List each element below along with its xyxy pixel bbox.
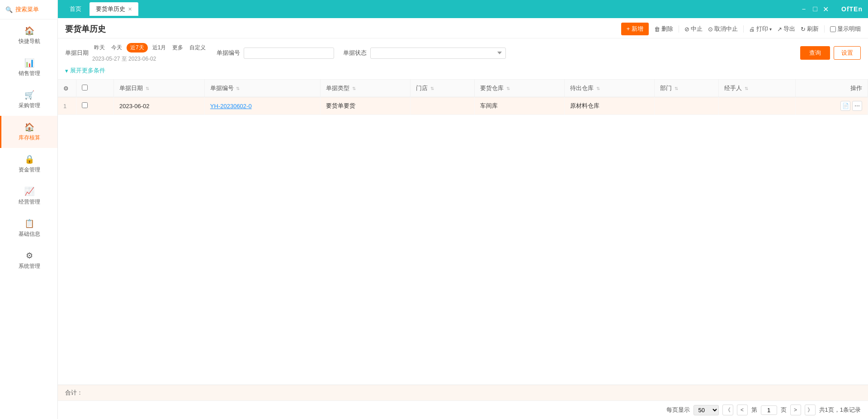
sidebar-search-label: 搜索菜单 (15, 5, 39, 14)
doc-no-filter-item: 单据编号 (217, 48, 334, 59)
first-page-button[interactable]: 《 (722, 405, 733, 415)
total-info: 共1页，1条记录 (819, 406, 861, 414)
filter-row-1: 单据日期 昨天 今天 近7天 近1月 更多 自定义 2023-05-27 至 2… (65, 43, 861, 63)
date-btn-more[interactable]: 更多 (170, 43, 185, 52)
print-icon: 🖨 (749, 26, 755, 33)
date-btn-today[interactable]: 今天 (109, 43, 124, 52)
sidebar-item-basic-info[interactable]: 📋 基础信息 (0, 212, 57, 244)
add-button[interactable]: + 新增 (621, 23, 649, 35)
col-store[interactable]: 门店 ⇅ (410, 80, 475, 97)
col-department[interactable]: 部门 ⇅ (655, 80, 719, 97)
print-dropdown-icon: ▾ (769, 27, 772, 32)
lock-icon: 🔒 (24, 154, 34, 164)
col-pending-warehouse[interactable]: 待出仓库 ⇅ (565, 80, 655, 97)
date-buttons: 昨天 今天 近7天 近1月 更多 自定义 (92, 43, 208, 52)
minimize-icon[interactable]: － (800, 5, 807, 14)
expand-filter-button[interactable]: ▾ 展开更多条件 (65, 67, 861, 75)
page-size-label: 每页显示 (666, 406, 690, 414)
date-btn-yesterday[interactable]: 昨天 (92, 43, 107, 52)
toolbar: + 新增 🗑 删除 ⊘ 中止 ⊙ 取消中止 🖨 打印 (621, 23, 861, 35)
row-handler (719, 97, 796, 115)
sidebar-search[interactable]: 🔍 搜索菜单 (0, 0, 57, 19)
search-icon: 🔍 (5, 6, 13, 13)
content: 要货单历史 + 新增 🗑 删除 ⊘ 中止 ⊙ 取消中止 🖨 (58, 18, 868, 419)
row-doc-type: 要货单要货 (321, 97, 410, 115)
page-header: 要货单历史 + 新增 🗑 删除 ⊘ 中止 ⊙ 取消中止 🖨 (58, 18, 868, 38)
query-button[interactable]: 查询 (800, 46, 830, 60)
sidebar-item-label: 资金管理 (19, 166, 40, 174)
row-store (410, 97, 475, 115)
date-btn-custom[interactable]: 自定义 (188, 43, 208, 52)
row-more-button[interactable]: ⋯ (852, 101, 862, 111)
col-doc-type[interactable]: 单据类型 ⇅ (321, 80, 410, 97)
row-checkbox (76, 97, 113, 115)
date-btn-1month[interactable]: 近1月 (151, 43, 168, 52)
status-select[interactable] (370, 48, 506, 59)
next-page-button[interactable]: > (790, 405, 801, 415)
sidebar-item-label: 基础信息 (19, 230, 40, 238)
col-checkbox (76, 80, 113, 97)
setting-button[interactable]: 设置 (834, 46, 861, 60)
select-all-checkbox[interactable] (82, 85, 88, 90)
tab-close-icon[interactable]: ✕ (128, 6, 132, 12)
sort-icon-department: ⇅ (675, 86, 678, 91)
status-label: 单据状态 (343, 49, 367, 57)
date-filter-item: 单据日期 昨天 今天 近7天 近1月 更多 自定义 2023-05-27 至 2… (65, 43, 208, 63)
suspend-icon: ⊘ (684, 26, 689, 33)
page-size-select[interactable]: 50 10 20 100 (693, 405, 719, 415)
export-button[interactable]: ↗ 导出 (777, 25, 795, 33)
print-button[interactable]: 🖨 打印 ▾ (749, 25, 772, 33)
date-filter-label: 单据日期 (65, 49, 89, 57)
row-pending-warehouse: 原材料仓库 (565, 97, 655, 115)
row-doc-no[interactable]: YH-20230602-0 (204, 97, 320, 115)
sidebar-item-sales[interactable]: 📊 销售管理 (0, 52, 57, 84)
chevron-down-icon: ▾ (65, 67, 68, 74)
inventory-icon: 🏠 (24, 122, 34, 132)
sidebar-item-system[interactable]: ⚙ 系统管理 (0, 244, 57, 276)
row-select-checkbox[interactable] (82, 102, 88, 108)
sidebar-item-purchase[interactable]: 🛒 采购管理 (0, 84, 57, 116)
home-icon: 🏠 (24, 26, 34, 36)
col-req-warehouse[interactable]: 要货仓库 ⇅ (475, 80, 565, 97)
table-row: 1 2023-06-02 YH-20230602-0 要货单要货 车间库 原材料… (58, 97, 868, 115)
go-page-label: 第 (751, 406, 757, 414)
sidebar-item-label: 采购管理 (19, 102, 40, 110)
expand-label: 展开更多条件 (70, 67, 105, 75)
delete-button[interactable]: 🗑 删除 (654, 25, 673, 33)
page-number-input[interactable] (761, 405, 777, 415)
col-doc-no[interactable]: 单据编号 ⇅ (204, 80, 320, 97)
refresh-icon: ↻ (801, 26, 806, 33)
maximize-icon[interactable]: □ (813, 5, 817, 13)
tab-requisition-history[interactable]: 要货单历史 ✕ (90, 2, 138, 16)
sort-icon-handler: ⇅ (745, 86, 748, 91)
col-settings[interactable]: ⚙ (58, 80, 76, 97)
row-req-warehouse: 车间库 (475, 97, 565, 115)
row-doc-date: 2023-06-02 (113, 97, 204, 115)
sidebar-item-operations[interactable]: 📈 经营管理 (0, 180, 57, 212)
prev-page-button[interactable]: < (737, 405, 748, 415)
row-edit-button[interactable]: 📄 (840, 101, 850, 111)
last-page-button[interactable]: 》 (805, 405, 816, 415)
close-icon[interactable]: ✕ (823, 5, 829, 14)
suspend-button[interactable]: ⊘ 中止 (684, 25, 703, 33)
date-btn-7days[interactable]: 近7天 (127, 43, 148, 52)
col-handler[interactable]: 经手人 ⇅ (719, 80, 796, 97)
doc-no-input[interactable] (244, 48, 334, 59)
refresh-button[interactable]: ↻ 刷新 (801, 25, 819, 33)
row-num: 1 (58, 97, 76, 115)
row-operation: 📄 ⋯ (796, 97, 868, 115)
display-detail-checkbox[interactable] (830, 26, 836, 32)
col-doc-date[interactable]: 单据日期 ⇅ (113, 80, 204, 97)
sidebar-item-quick-nav[interactable]: 🏠 快捷导航 (0, 19, 57, 52)
display-detail-button[interactable]: 显示明细 (830, 25, 861, 33)
data-table: ⚙ 单据日期 ⇅ 单据编号 ⇅ 单据类型 (58, 80, 868, 115)
gear-icon: ⚙ (26, 251, 33, 261)
tab-home[interactable]: 首页 (63, 2, 88, 16)
sidebar-item-inventory[interactable]: 🏠 库存核算 (0, 116, 57, 148)
divider-1 (679, 25, 679, 33)
cancel-suspend-button[interactable]: ⊙ 取消中止 (708, 25, 738, 33)
sidebar: 🔍 搜索菜单 🏠 快捷导航 📊 销售管理 🛒 采购管理 🏠 库存核算 🔒 资金管… (0, 0, 58, 419)
cancel-suspend-icon: ⊙ (708, 26, 713, 33)
sidebar-item-finance[interactable]: 🔒 资金管理 (0, 148, 57, 180)
doc-no-link[interactable]: YH-20230602-0 (210, 103, 252, 110)
